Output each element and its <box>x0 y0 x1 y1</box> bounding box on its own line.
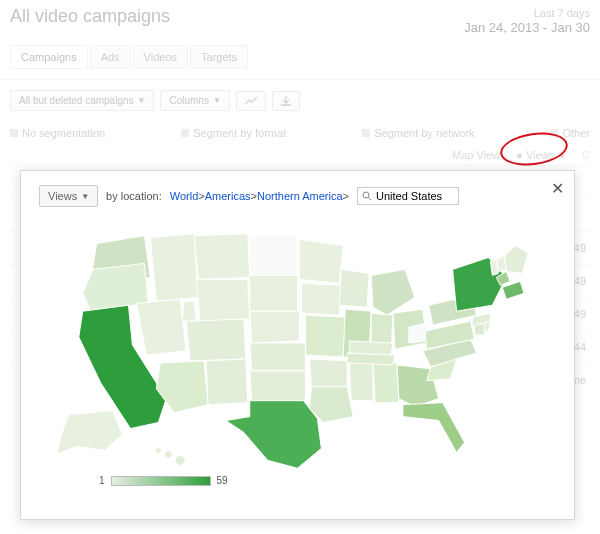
tab-campaigns[interactable]: Campaigns <box>10 45 88 69</box>
date-range-value: Jan 24, 2013 - Jan 30 <box>464 20 590 37</box>
state-nv[interactable] <box>136 299 186 355</box>
state-nd[interactable] <box>250 236 298 276</box>
breadcrumb-northern-america[interactable]: Northern America <box>257 190 343 202</box>
views-label: Views <box>526 149 555 161</box>
bars-icon <box>181 129 189 137</box>
campaign-filter-dropdown[interactable]: All but deleted campaigns ▼ <box>10 90 154 111</box>
map-view-link[interactable]: Map View <box>452 149 500 161</box>
segment-format[interactable]: Segment by format <box>181 127 286 139</box>
caret-down-icon: ▼ <box>213 96 221 105</box>
breadcrumb-americas[interactable]: Americas <box>205 190 251 202</box>
state-mi[interactable] <box>371 269 415 315</box>
state-fl[interactable] <box>403 403 465 453</box>
state-wv[interactable] <box>409 323 427 343</box>
bars-icon <box>362 129 370 137</box>
state-hi[interactable] <box>164 450 172 458</box>
state-hi[interactable] <box>155 447 161 453</box>
location-search[interactable] <box>357 187 459 205</box>
bars-icon <box>550 129 558 137</box>
state-ks[interactable] <box>250 343 306 371</box>
svg-point-0 <box>363 192 369 198</box>
state-mt[interactable] <box>194 234 250 280</box>
bars-icon <box>10 129 18 137</box>
state-id[interactable] <box>150 234 198 302</box>
state-nm[interactable] <box>206 359 248 405</box>
state-de[interactable] <box>484 321 490 331</box>
tabs-row: Campaigns Ads Videos Targets <box>0 45 600 80</box>
legend-max: 59 <box>217 475 228 486</box>
map-view-label: Map View <box>452 149 500 161</box>
page-title: All video campaigns <box>10 6 170 27</box>
legend-gradient <box>111 476 211 486</box>
state-tx[interactable] <box>226 401 321 469</box>
state-ut[interactable] <box>182 301 196 321</box>
segmentation-row: No segmentation Segment by format Segmen… <box>0 121 600 145</box>
state-ia[interactable] <box>301 283 341 315</box>
state-ar[interactable] <box>309 359 347 387</box>
segment-none[interactable]: No segmentation <box>10 127 105 139</box>
state-mn[interactable] <box>299 240 343 284</box>
metric-dropdown[interactable]: Views ▼ <box>39 185 98 207</box>
campaign-filter-label: All but deleted campaigns <box>19 95 134 106</box>
view-toggle-row: Map View ● Views ▼ C <box>0 145 600 165</box>
state-hi[interactable] <box>175 455 185 465</box>
svg-line-1 <box>368 197 371 200</box>
tab-videos[interactable]: Videos <box>133 45 188 69</box>
state-wi[interactable] <box>339 269 369 307</box>
tab-targets[interactable]: Targets <box>190 45 248 69</box>
state-mo[interactable] <box>305 315 345 357</box>
breadcrumb: World>Americas>Northern America> <box>170 190 349 202</box>
segment-other[interactable]: Other <box>550 127 590 139</box>
segment-network-label: Segment by network <box>374 127 474 139</box>
date-range-picker[interactable]: Last 7 days Jan 24, 2013 - Jan 30 <box>464 6 590 37</box>
close-icon: ✕ <box>551 180 564 197</box>
state-co[interactable] <box>186 319 246 361</box>
state-ok[interactable] <box>250 371 306 401</box>
us-choropleth-map[interactable] <box>39 215 556 475</box>
chart-toggle-button[interactable] <box>236 91 266 111</box>
state-sd[interactable] <box>250 275 298 311</box>
toolbar: All but deleted campaigns ▼ Columns ▼ <box>0 80 600 121</box>
extra-column-peek: C <box>582 149 590 161</box>
state-al[interactable] <box>373 363 399 403</box>
state-me[interactable] <box>504 246 528 274</box>
segment-other-label: Other <box>562 127 590 139</box>
line-chart-icon <box>245 96 257 106</box>
close-button[interactable]: ✕ <box>551 179 564 198</box>
location-search-input[interactable] <box>376 190 454 202</box>
state-ky[interactable] <box>349 341 393 355</box>
views-dropdown[interactable]: ● Views ▼ <box>516 149 566 161</box>
columns-label: Columns <box>169 95 208 106</box>
segment-format-label: Segment by format <box>193 127 286 139</box>
date-range-label: Last 7 days <box>464 6 590 20</box>
map-view-panel: ✕ Views ▼ by location: World>Americas>No… <box>20 170 575 520</box>
tab-ads[interactable]: Ads <box>90 45 131 69</box>
state-ne[interactable] <box>250 311 300 343</box>
breadcrumb-world[interactable]: World <box>170 190 199 202</box>
segment-none-label: No segmentation <box>22 127 105 139</box>
segment-network[interactable]: Segment by network <box>362 127 474 139</box>
download-icon <box>281 96 291 106</box>
state-ak[interactable] <box>57 411 123 455</box>
state-vt[interactable] <box>490 259 498 275</box>
caret-down-icon: ▼ <box>81 192 89 201</box>
metric-label: Views <box>48 190 77 202</box>
columns-dropdown[interactable]: Columns ▼ <box>160 90 229 111</box>
caret-down-icon: ▼ <box>558 152 566 161</box>
state-ma[interactable] <box>502 281 524 299</box>
state-ms[interactable] <box>349 361 373 401</box>
caret-down-icon: ▼ <box>138 96 146 105</box>
map-legend: 1 59 <box>99 475 556 486</box>
legend-min: 1 <box>99 475 105 486</box>
search-icon <box>362 191 372 201</box>
by-location-label: by location: <box>106 190 162 202</box>
state-wy[interactable] <box>196 279 250 321</box>
download-button[interactable] <box>272 91 300 111</box>
